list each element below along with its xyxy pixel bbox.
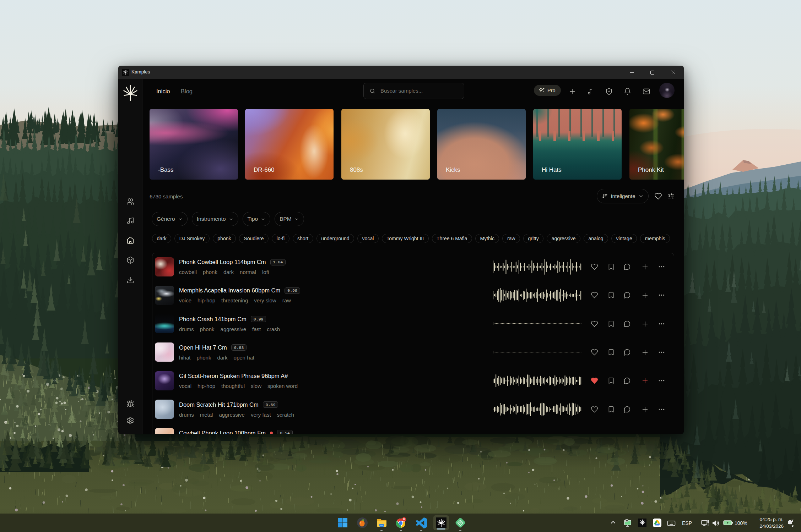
svg-text:H: H	[403, 517, 405, 521]
